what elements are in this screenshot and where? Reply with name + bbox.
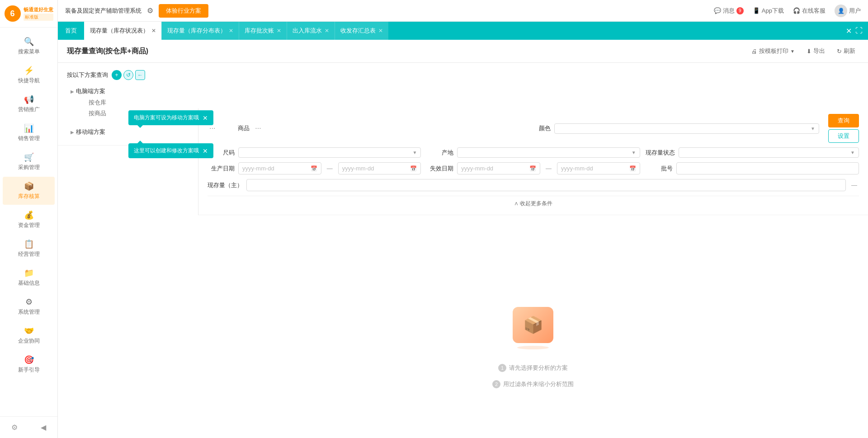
filter-group-size: 尺码 ▼ [208,147,421,158]
origin-select[interactable]: ▼ [457,147,640,158]
status-select[interactable]: ▼ [679,147,859,158]
sidebar-item-newbie[interactable]: 🎯 新手引导 [3,350,55,378]
operations-nav-icon: 📋 [24,239,34,249]
size-chevron-icon: ▼ [412,150,417,155]
finance-nav-icon: 💰 [24,210,34,220]
quick-nav-nav-icon: ⚡ [24,66,34,75]
page-header: 现存量查询(按仓库+商品) 🖨 按模板打印 ▼ ⬇ 导出 ↻ 刷新 [58,40,868,63]
settings-bottom-icon[interactable]: ⚙ [8,421,21,433]
experience-btn[interactable]: 体验行业方案 [159,4,208,18]
print-dropdown-icon: ▼ [790,49,795,54]
sidebar-item-marketing[interactable]: 📢 营销推广 [3,90,55,118]
scheme-tooltip-2: 这里可以创建和修改方案哦 ✕ [128,143,213,158]
app-download-label: App下载 [762,7,784,15]
phone-icon: 📱 [753,7,760,14]
tab-close-inventory-status[interactable]: ✕ [151,28,156,34]
print-btn[interactable]: 🖨 按模板打印 ▼ [748,45,798,57]
empty-image: 📦 [513,307,553,349]
sidebar-item-purchase[interactable]: 🛒 采购管理 [3,148,55,176]
sidebar-bottom: ⚙ ◀ [0,416,57,438]
tab-in-out-flow[interactable]: 出入库流水 ✕ [287,22,335,40]
sidebar-item-search[interactable]: 🔍 搜索菜单 [3,32,55,60]
query-buttons: 查询 设置 [828,114,859,143]
tab-close-collect-summary[interactable]: ✕ [378,28,383,34]
avatar: 👤 [835,5,847,17]
scheme-pc-arrow[interactable]: ▶ [71,89,74,94]
sidebar-item-inventory[interactable]: 📦 库存核算 [3,177,55,205]
tab-close-batch-account[interactable]: ✕ [277,28,281,34]
query-btn[interactable]: 查询 [828,114,859,127]
scheme-mobile-arrow[interactable]: ▶ [71,130,74,135]
online-support-item[interactable]: 🎧 在线客服 [793,7,826,15]
search-nav-icon: 🔍 [24,37,34,47]
tab-bar-right: ✕ ⛶ [840,27,868,35]
filter-row-1: ··· 商品 ··· 颜色 ▼ 查询 设置 [208,114,859,143]
system-nav-icon: ⚙ [25,297,33,307]
tab-inventory-status[interactable]: 现存量（库存状况表） ✕ [84,22,161,40]
produce-date-from[interactable]: yyyy-mm-dd 📅 [238,162,321,174]
scheme-tooltip-1: 电脑方案可设为移动方案哦 ✕ [128,110,213,125]
tab-bar: 首页 现存量（库存状况表） ✕ 现存量（库存分布表） ✕ 库存批次账 ✕ 出入库… [58,22,868,40]
query-header: 按以下方案查询 + ↺ ← 电脑方案可设为移动方案哦 ✕ [67,70,859,80]
export-btn[interactable]: ⬇ 导出 [803,45,829,57]
purchase-nav-label: 采购管理 [18,164,40,171]
back-scheme-btn[interactable]: ← [135,70,145,80]
message-badge: 9 [736,7,744,14]
message-item[interactable]: 💬 消息 9 [714,7,744,15]
size-select[interactable]: ▼ [238,147,421,158]
system-title: 装备及固定资产辅助管理系统 [65,7,142,15]
filter-group-origin: 产地 ▼ [426,147,640,158]
tab-batch-account[interactable]: 库存批次账 ✕ [239,22,287,40]
sidebar-item-quick-nav[interactable]: ⚡ 快捷导航 [3,61,55,89]
sidebar-item-operations[interactable]: 📋 经营管理 [3,235,55,263]
collapse-sidebar-icon[interactable]: ◀ [37,421,50,433]
scheme-pc-item[interactable]: ▶ 电脑端方案 [71,85,859,97]
purchase-nav-icon: 🛒 [24,152,34,162]
tab-maximize-icon[interactable]: ⛶ [855,27,863,35]
color-select[interactable]: ▼ [554,123,819,134]
refresh-scheme-btn[interactable]: ↺ [123,70,133,80]
sidebar-item-finance[interactable]: 💰 资金管理 [3,206,55,234]
page-title: 现存量查询(按仓库+商品) [67,47,148,56]
app-download-item[interactable]: 📱 App下载 [753,7,784,15]
filter-dots-1[interactable]: ··· [208,124,217,132]
logo-icon: 6 [5,5,21,22]
sidebar-item-sales[interactable]: 📊 销售管理 [3,119,55,147]
refresh-icon: ↻ [837,48,842,55]
tab-close-inventory-dist[interactable]: ✕ [229,28,233,34]
sidebar-item-basic-info[interactable]: 📁 基础信息 [3,264,55,292]
empty-step-1: 1 请先选择要分析的方案 [498,364,568,372]
scheme-pc-sub1[interactable]: 按仓库 [89,97,859,108]
header-right: 💬 消息 9 📱 App下载 🎧 在线客服 👤 用户 [714,5,861,17]
refresh-btn[interactable]: ↻ 刷新 [833,45,859,57]
tab-home[interactable]: 首页 [58,22,84,40]
batch-input[interactable] [676,162,859,174]
export-icon: ⬇ [807,48,811,55]
tab-close-in-out-flow[interactable]: ✕ [325,28,329,34]
stock-min-input[interactable] [246,179,846,191]
filter-group-stock: 现存量（主） — [208,179,859,191]
filter-group-color: 颜色 ▼ [524,123,819,134]
sidebar-item-system[interactable]: ⚙ 系统管理 [3,292,55,320]
user-item[interactable]: 👤 用户 [835,5,861,17]
sidebar-logo: 6 畅通道好生意 标准版 [0,0,57,28]
tab-inventory-dist[interactable]: 现存量（库存分布表） ✕ [161,22,239,40]
produce-date-to[interactable]: yyyy-mm-dd 📅 [338,162,421,174]
expire-date-to[interactable]: yyyy-mm-dd 📅 [557,162,640,174]
settings-icon[interactable]: ⚙ [147,6,153,15]
expire-date-from[interactable]: yyyy-mm-dd 📅 [457,162,540,174]
filter-row-2: 尺码 ▼ 产地 ▼ 现存量状态 [208,147,859,158]
tab-close-all-icon[interactable]: ✕ [846,27,852,35]
reset-btn[interactable]: 设置 [828,129,859,143]
header-left: 装备及固定资产辅助管理系统 ⚙ 体验行业方案 [65,4,208,18]
add-scheme-btn[interactable]: + [112,70,122,80]
sidebar-item-enterprise[interactable]: 🤝 企业协同 [3,321,55,349]
collapse-bar[interactable]: ∧ 收起更多条件 [208,196,859,211]
filter-dots-product[interactable]: ··· [253,124,263,132]
calendar-icon-2: 📅 [410,165,417,172]
tooltip2-close[interactable]: ✕ [203,147,208,155]
tooltip1-close[interactable]: ✕ [203,114,208,122]
tab-collect-summary[interactable]: 收发存汇总表 ✕ [335,22,388,40]
status-chevron-icon: ▼ [850,150,855,155]
content-inner: 现存量查询(按仓库+商品) 🖨 按模板打印 ▼ ⬇ 导出 ↻ 刷新 [58,40,868,438]
